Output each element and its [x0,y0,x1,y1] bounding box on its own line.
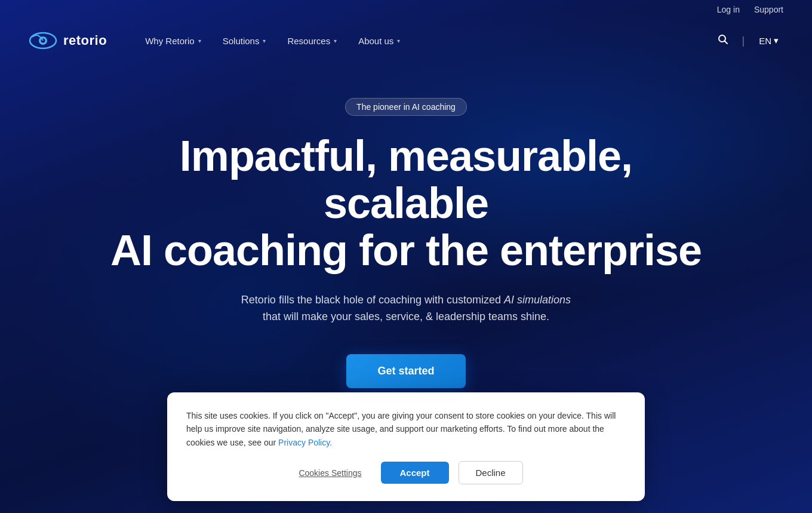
hero-headline-line2: AI coaching for the enterprise [110,226,702,274]
hero-subtext-suffix: that will make your sales, service, & le… [263,311,549,322]
chevron-down-icon: ▾ [397,38,400,44]
language-selector[interactable]: EN ▾ [754,32,783,50]
hero-subtext-prefix: Retorio fills the black hole of coaching… [241,294,504,306]
cookie-text-prefix: This site uses cookies. If you click on … [186,411,616,447]
nav-item-resources[interactable]: Resources ▾ [278,31,346,51]
hero-section: The pioneer in AI coaching Impactful, me… [0,62,812,412]
login-link[interactable]: Log in [717,5,740,14]
cookie-banner: This site uses cookies. If you click on … [167,392,645,501]
search-button[interactable] [714,30,732,51]
chevron-down-icon: ▾ [198,38,201,44]
support-link[interactable]: Support [754,5,783,14]
nav-item-resources-label: Resources [287,36,330,46]
logo-text: retorio [63,33,107,48]
nav-item-solutions-label: Solutions [223,36,260,46]
decline-button[interactable]: Decline [459,461,523,484]
chevron-down-icon: ▾ [334,38,337,44]
hero-subtext: Retorio fills the black hole of coaching… [241,291,571,326]
chevron-down-icon: ▾ [263,38,266,44]
nav-item-about-us[interactable]: About us ▾ [349,31,410,51]
utility-bar: Log in Support [0,0,812,19]
get-started-button[interactable]: Get started [346,354,466,388]
nav-item-about-us-label: About us [358,36,393,46]
nav-divider: | [742,35,745,47]
logo-icon [29,31,57,50]
cookies-settings-button[interactable]: Cookies Settings [289,462,371,484]
nav-links: Why Retorio ▾ Solutions ▾ Resources ▾ Ab… [136,31,714,51]
hero-headline-line1: Impactful, measurable, scalable [180,132,632,227]
hero-subtext-italic: AI simulations [504,294,571,306]
lang-label: EN [759,36,771,46]
logo[interactable]: retorio [29,31,107,50]
hero-badge: The pioneer in AI coaching [345,98,467,116]
nav-item-why-retorio-label: Why Retorio [145,36,195,46]
navbar: retorio Why Retorio ▾ Solutions ▾ Resour… [0,19,812,62]
hero-headline: Impactful, measurable, scalable AI coach… [107,133,705,275]
privacy-policy-link[interactable]: Privacy Policy. [278,438,332,447]
accept-button[interactable]: Accept [381,462,449,484]
search-icon [718,34,728,45]
lang-chevron-icon: ▾ [774,35,779,46]
nav-right: | EN ▾ [714,30,783,51]
svg-line-4 [725,41,728,44]
cookie-actions: Cookies Settings Accept Decline [186,461,626,484]
cookie-text: This site uses cookies. If you click on … [186,409,626,449]
nav-item-solutions[interactable]: Solutions ▾ [213,31,276,51]
nav-item-why-retorio[interactable]: Why Retorio ▾ [136,31,211,51]
